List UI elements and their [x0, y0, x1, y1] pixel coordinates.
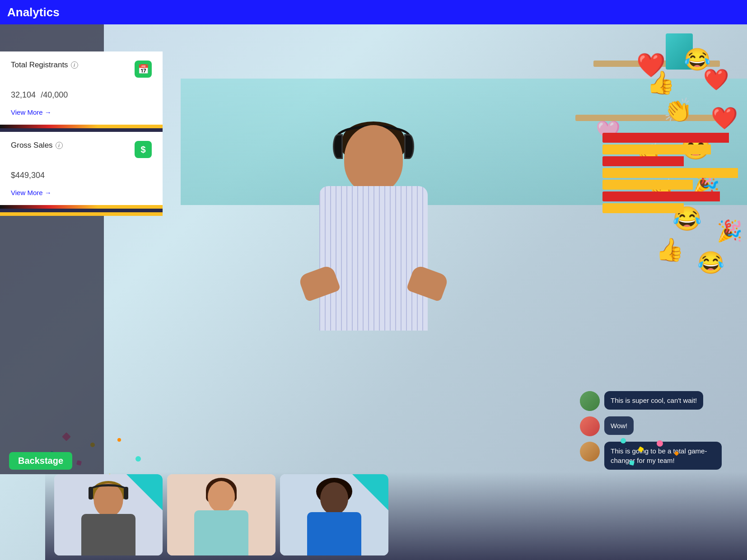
total-registrants-card: Total Registrants i 📅 32,104 /40,000 Vie… [0, 51, 163, 125]
reaction-bars [602, 133, 747, 215]
chat-bubble-3: This is going to be a total game-changer… [604, 442, 722, 470]
reaction-bar-6 [602, 191, 720, 201]
shirt-stripes [319, 186, 428, 331]
thumbnail-2[interactable] [167, 474, 275, 555]
thumb-1-bg [54, 474, 163, 555]
chat-message-1: This is super cool, can't wait! [580, 391, 733, 411]
card-1-icon: 📅 [135, 61, 152, 78]
dark-band-2 [0, 209, 163, 212]
info-icon-2[interactable]: i [56, 142, 63, 149]
gross-sales-card: Gross Sales i $ $449,304 View More → [0, 132, 163, 205]
headphone-right [404, 134, 414, 159]
thumb-2-body [194, 510, 248, 555]
thumb-1-body [81, 514, 135, 555]
card-1-label: Total Registrants i [11, 61, 78, 70]
yellow-band [0, 212, 163, 216]
thumb-3-bg [280, 474, 388, 555]
card-2-icon: $ [135, 141, 152, 158]
presenter-figure [261, 112, 486, 392]
main-area: ❤️ 😂 👍 ❤️ 👏 ❤️ 😂 👏 🎉 👏 😂 🎉 👍 😂 🩷 [0, 24, 747, 560]
backstage-badge[interactable]: Backstage [9, 452, 72, 470]
separator-1 [0, 125, 163, 128]
chat-bubble-1: This is super cool, can't wait! [604, 391, 703, 410]
reaction-bar-1 [602, 133, 729, 143]
thumb-3-teal [352, 474, 388, 510]
card-2-top: Gross Sales i $ [11, 141, 152, 158]
chat-message-2: Wow! [580, 416, 733, 436]
card-2-label: Gross Sales i [11, 141, 63, 150]
reaction-bar-2 [602, 145, 711, 154]
thumb-2-head [208, 481, 235, 513]
info-icon-1[interactable]: i [71, 61, 78, 69]
separator-2 [0, 205, 163, 209]
bottom-thumbnails [45, 472, 747, 560]
chat-message-3: This is going to be a total game-changer… [580, 442, 733, 470]
page-title: Analytics [7, 5, 60, 19]
reaction-bar-3 [602, 156, 684, 166]
thumb-3-body [307, 512, 361, 555]
header-bar: Analytics [0, 0, 747, 24]
reaction-bar-5 [602, 180, 693, 190]
dark-band-1 [0, 128, 163, 132]
chat-avatar-1 [580, 391, 600, 411]
thumbnail-1[interactable] [54, 474, 163, 555]
reaction-bar-4 [602, 168, 738, 178]
analytics-cards: Total Registrants i 📅 32,104 /40,000 Vie… [0, 51, 163, 216]
thumb-2-bg [167, 474, 275, 555]
thumb-1-teal [126, 474, 163, 510]
chat-messages: This is super cool, can't wait! Wow! Thi… [580, 391, 733, 470]
card-1-value: 32,104 /40,000 [11, 81, 152, 101]
presenter-head [344, 125, 403, 193]
view-more-2[interactable]: View More → [11, 189, 51, 196]
thumbnail-3[interactable] [280, 474, 388, 555]
chat-avatar-2 [580, 416, 600, 436]
card-2-value: $449,304 [11, 162, 152, 182]
card-1-top: Total Registrants i 📅 [11, 61, 152, 78]
chat-bubble-2: Wow! [604, 416, 634, 435]
reaction-bar-7 [602, 203, 684, 213]
headphone-left [333, 134, 343, 159]
thumb-3-head [320, 482, 348, 515]
chat-avatar-3 [580, 442, 600, 462]
view-more-1[interactable]: View More → [11, 108, 51, 116]
